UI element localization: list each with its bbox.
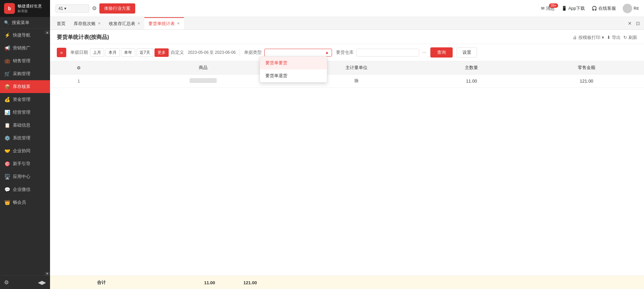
filter-expand-btn[interactable]: » — [57, 48, 66, 57]
dropdown-item-tuihuo[interactable]: 要货单退货 — [260, 69, 327, 82]
date-quick-btns: 上月 本月 本年 近7天 更多 — [90, 48, 169, 57]
date-custom-label: 自定义 — [171, 49, 184, 55]
sidebar-scroll-up[interactable]: ▲ — [45, 30, 50, 34]
close-tab-inventory-batch[interactable]: ✕ — [98, 22, 101, 25]
table-footer: 合计 11.00 121.00 — [50, 276, 644, 289]
sidebar-item-base-info[interactable]: 📋 基础信息 — [0, 119, 50, 132]
maximize-btn[interactable]: ⊡ — [635, 19, 641, 27]
operations-icon: 📊 — [4, 110, 10, 115]
gear-icon[interactable]: ⚙ — [77, 65, 81, 70]
print-chevron-icon: ▾ — [602, 35, 604, 40]
tab-order-summary[interactable]: 要货单统计表 ✕ — [144, 17, 184, 29]
sidebar-item-app-center[interactable]: 🖥️ 应用中心 — [0, 170, 50, 183]
app-download-btn[interactable]: 📱 App下载 — [562, 5, 585, 12]
close-tab-order-summary[interactable]: ✕ — [177, 22, 180, 25]
sidebar-item-enterprise[interactable]: 🤝 企业协同 — [0, 144, 50, 157]
col-header-qty: 主数量 — [414, 61, 529, 74]
data-table: ⚙ 商品 主计量单位 主数量 零售金额 1 块 — [50, 61, 644, 88]
tab-home[interactable]: 首页 — [53, 17, 70, 29]
warehouse-more-icon[interactable]: ··· — [422, 49, 426, 55]
sidebar-scroll-down[interactable]: ▼ — [45, 272, 50, 275]
sidebar-header: b 畅捷通好生意 标准版 — [0, 0, 50, 17]
app-title: 畅捷通好生意 标准版 — [18, 4, 42, 14]
app-center-icon: 🖥️ — [4, 174, 10, 179]
refresh-btn[interactable]: ↻ 刷新 — [623, 35, 637, 41]
base-info-icon: 📋 — [4, 123, 10, 128]
sidebar-item-finance[interactable]: 💰 资金管理 — [0, 93, 50, 106]
date-btn-more[interactable]: 更多 — [154, 48, 169, 57]
topbar-gear-icon[interactable]: ⚙ — [92, 5, 97, 12]
collapse-icon[interactable]: ◀▶ — [38, 279, 46, 286]
export-icon: ⬇ — [607, 35, 611, 40]
settings-button[interactable]: 设置 — [457, 47, 477, 58]
date-btn-last-month[interactable]: 上月 — [90, 48, 104, 57]
finance-icon: 💰 — [4, 97, 10, 102]
app-logo: b — [4, 3, 15, 14]
dropdown-item-yaohuo[interactable]: 要货单要货 — [260, 57, 327, 69]
footer-amount: 121.00 — [230, 280, 270, 285]
query-button[interactable]: 查询 — [430, 47, 453, 58]
download-icon: 📱 — [562, 6, 567, 11]
close-tab-receivable-summary[interactable]: ✕ — [137, 22, 140, 25]
sidebar-item-wechat[interactable]: 💬 企业微信 — [0, 183, 50, 196]
close-all-tabs-btn[interactable]: ✕ — [626, 19, 633, 27]
print-template-btn[interactable]: 🖨 按模板打印 ▾ — [573, 35, 604, 41]
date-btn-this-month[interactable]: 本月 — [105, 48, 120, 57]
guide-icon: 🎯 — [4, 161, 10, 166]
sidebar-item-sales[interactable]: 💼 销售管理 — [0, 54, 50, 67]
date-btn-this-year[interactable]: 本年 — [121, 48, 135, 57]
footer-row: 合计 11.00 121.00 — [54, 280, 640, 286]
settings-icon[interactable]: ⚙ — [4, 279, 9, 286]
expand-icon: » — [60, 50, 63, 55]
messages-btn[interactable]: ✉ 消息 99+ — [541, 5, 555, 12]
footer-qty: 11.00 — [189, 280, 230, 285]
type-input[interactable] — [267, 50, 325, 55]
sidebar-search[interactable]: 🔍 搜索菜单 — [0, 17, 50, 29]
topbar: 41 ▾ ⚙ 体验行业方案 ✉ 消息 99+ 📱 App下载 🎧 在线客服 R — [50, 0, 644, 17]
page-actions: 🖨 按模板打印 ▾ ⬇ 导出 ↻ 刷新 — [573, 35, 637, 41]
sidebar-nav: ⚡ 快捷导航 📢 营销推广 💼 销售管理 🛒 采购管理 📦 库存核算 💰 资金管… — [0, 29, 50, 275]
warehouse-input[interactable] — [356, 49, 419, 57]
tabs-bar: 首页 库存批次账 ✕ 收发存汇总表 ✕ 要货单统计表 ✕ ✕ ⊡ — [50, 17, 644, 30]
sales-icon: 💼 — [4, 58, 10, 64]
sidebar-item-operations[interactable]: 📊 经营管理 — [0, 106, 50, 119]
promo-button[interactable]: 体验行业方案 — [99, 3, 135, 14]
col-header-index: ⚙ — [50, 61, 108, 74]
purchase-icon: 🛒 — [4, 71, 10, 76]
avatar — [623, 4, 632, 13]
sidebar-item-marketing[interactable]: 📢 营销推广 — [0, 42, 50, 54]
cell-qty: 11.00 — [414, 74, 529, 88]
date-range-display: 2023-05-06 至 2023-06-06 — [188, 50, 236, 55]
store-selector[interactable]: 41 ▾ — [55, 4, 89, 13]
filter-divider — [240, 49, 240, 56]
footer-label: 合计 — [54, 280, 149, 286]
type-dropdown: 要货单要货 要货单退货 — [260, 56, 327, 83]
sidebar-item-purchase[interactable]: 🛒 采购管理 — [0, 67, 50, 80]
system-icon: ⚙️ — [4, 135, 10, 141]
cell-index: 1 — [50, 74, 108, 88]
date-filter-group: 单据日期 上月 本月 本年 近7天 更多 自定义 — [70, 48, 184, 57]
wechat-icon: 💬 — [4, 187, 10, 192]
warehouse-label: 要货仓库 — [336, 49, 354, 55]
search-icon: 🔍 — [4, 20, 9, 25]
online-service-btn[interactable]: 🎧 在线客服 — [592, 5, 616, 12]
sidebar-footer: ⚙ ◀▶ — [0, 275, 50, 289]
user-menu[interactable]: Rit — [623, 4, 639, 13]
type-select[interactable]: ▲ — [264, 49, 332, 57]
inventory-icon: 📦 — [4, 84, 10, 89]
username: Rit — [634, 6, 639, 11]
refresh-icon: ↻ — [623, 35, 627, 40]
col-header-amount: 零售金额 — [529, 61, 644, 74]
sidebar-item-system[interactable]: ⚙️ 系统管理 — [0, 132, 50, 144]
sidebar-item-inventory[interactable]: 📦 库存核算 — [0, 80, 50, 93]
sidebar-item-quick-nav[interactable]: ⚡ 快捷导航 — [0, 29, 50, 42]
export-btn[interactable]: ⬇ 导出 — [607, 35, 621, 41]
table-header-row: ⚙ 商品 主计量单位 主数量 零售金额 — [50, 61, 644, 74]
quick-nav-icon: ⚡ — [4, 32, 10, 38]
cell-amount: 121.00 — [529, 74, 644, 88]
tab-receivable-summary[interactable]: 收发存汇总表 ✕ — [105, 17, 144, 29]
date-btn-last-7-days[interactable]: 近7天 — [137, 48, 153, 57]
sidebar-item-vip[interactable]: 👑 畅会员 — [0, 196, 50, 209]
tab-inventory-batch[interactable]: 库存批次账 ✕ — [70, 17, 105, 29]
sidebar-item-guide[interactable]: 🎯 新手引导 — [0, 157, 50, 170]
